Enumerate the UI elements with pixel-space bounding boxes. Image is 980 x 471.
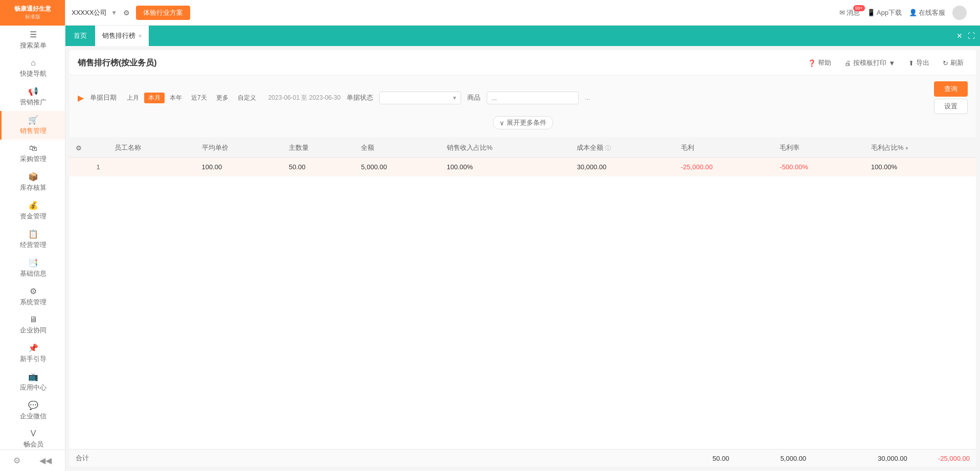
export-button[interactable]: ⬆ 导出 [904,56,933,70]
footer-gross: -25,000.00 [938,455,970,462]
date-tab-last-month[interactable]: 上月 [123,93,143,103]
th-gross-rate: 毛利率 [773,138,865,158]
data-table: ⚙ 员工名称 平均单价 主数量 全额 销售收入占比% 成本全额 ⓘ 毛利 毛利率… [70,138,976,176]
service-button[interactable]: 👤 在线客服 [909,8,945,17]
sidebar-item-3[interactable]: 🛒销售管理 [0,111,65,140]
query-button[interactable]: 查询 [934,81,968,97]
refresh-button[interactable]: ↻ 刷新 [939,56,968,70]
tab-right-actions: ✕ ⛶ [956,32,980,40]
sidebar-icon-11: 📌 [28,343,38,353]
sidebar-item-1[interactable]: ⌂快捷导航 [0,54,65,82]
company-dropdown-icon[interactable]: ▼ [111,9,117,16]
page-actions: ❓ 帮助 🖨 按模板打印 ▼ ⬆ 导出 ↻ 刷新 [804,56,968,70]
topbar-gear-icon[interactable]: ⚙ [123,9,130,17]
trial-button[interactable]: 体验行业方案 [136,6,190,20]
date-tab-this-year[interactable]: 本年 [166,93,186,103]
avatar[interactable] [952,6,967,20]
print-icon: 🖨 [845,59,851,67]
topbar: XXXXX公司 ▼ ⚙ 体验行业方案 ✉ 消息 99+ 📱 App下载 👤 在线… [65,0,980,26]
footer-cost: 30,000.00 [878,455,907,462]
sidebar-icon-1: ⌂ [31,58,36,68]
settings-button[interactable]: 设置 [934,99,968,114]
export-icon: ⬆ [908,59,914,67]
sidebar-icon-4: 🛍 [29,144,37,153]
sidebar-item-9[interactable]: ⚙系统管理 [0,282,65,311]
sidebar-item-11[interactable]: 📌新手引导 [0,339,65,368]
help-button[interactable]: ❓ 帮助 [804,56,835,70]
collapse-icon[interactable]: ◀◀ [39,456,52,465]
page-title: 销售排行榜(按业务员) [78,58,157,69]
cell-name [108,158,196,176]
service-icon: 👤 [909,9,917,16]
sidebar-icon-3: 🛒 [28,115,38,125]
sidebar-icon-9: ⚙ [30,286,37,296]
logo-title: 畅康通好生意 [14,5,51,13]
app-icon: 📱 [867,9,875,16]
message-button[interactable]: ✉ 消息 99+ [839,8,860,17]
sidebar-item-8[interactable]: 📑基础信息 [0,254,65,282]
sidebar-icon-13: 💬 [28,400,38,410]
th-name: 员工名称 [108,138,196,158]
goods-more-icon[interactable]: ... [585,94,590,101]
sidebar-icon-7: 📋 [28,229,38,239]
filter-toggle-icon[interactable]: ▶ [78,93,84,103]
tab-close-window-icon[interactable]: ✕ [956,32,963,40]
sidebar-item-2[interactable]: 📢营销推广 [0,82,65,111]
sidebar-icon-2: 📢 [28,86,38,96]
expand-icon: ∨ [499,119,505,127]
goods-input[interactable] [487,92,579,104]
service-label: 在线客服 [919,8,945,17]
th-avg-price: 平均单价 [196,138,283,158]
sidebar-item-4[interactable]: 🛍采购管理 [0,140,65,168]
company-name: XXXXX公司 [72,8,107,17]
tab-close-icon[interactable]: × [139,33,142,39]
footer-total: 5,000.00 [780,455,806,462]
print-button[interactable]: 🖨 按模板打印 ▼ [840,56,899,70]
sidebar-item-13[interactable]: 💬企业微信 [0,396,65,425]
sidebar-item-0[interactable]: ☰搜索菜单 [0,26,65,54]
th-gross: 毛利 [675,138,773,158]
date-range: 2023-06-01 至 2023-06-30 [268,94,340,102]
date-tabs: 上月 本月 本年 近7天 更多 自定义 [123,93,260,103]
table-footer: 合计 50.00 5,000.00 30,000.00 -25,000.00 [70,449,976,467]
cell-sales-pct: 100.00% [441,158,571,176]
tab-home[interactable]: 首页 [65,26,95,46]
goods-label: 商品 [467,93,481,102]
app-download-button[interactable]: 📱 App下载 [867,8,902,17]
cell-cost: 30,000.00 [571,158,674,176]
logo-sub: 标准版 [25,13,40,20]
expand-button[interactable]: ∨ 展开更多条件 [493,116,553,129]
date-tab-7days[interactable]: 近7天 [187,93,211,103]
cell-settings [70,158,88,176]
expand-row: ∨ 展开更多条件 [78,114,968,131]
tab-restore-icon[interactable]: ⛶ [968,32,975,40]
filter-actions: 查询 设置 [934,81,968,114]
sidebar-icon-8: 📑 [28,258,38,267]
sidebar-item-10[interactable]: 🖥企业协同 [0,311,65,339]
sidebar-item-5[interactable]: 📦库存核算 [0,168,65,196]
sidebar-footer: ⚙ ◀◀ [0,450,65,471]
footer-label: 合计 [76,454,117,463]
filter-row-main: ▶ 单据日期 上月 本月 本年 近7天 更多 自定义 2023-06-01 至 … [78,81,968,114]
sidebar-logo: 畅康通好生意 标准版 [0,0,65,26]
date-tab-custom[interactable]: 自定义 [234,93,260,103]
sidebar-item-6[interactable]: 💰资金管理 [0,196,65,225]
page-header: 销售排行榜(按业务员) ❓ 帮助 🖨 按模板打印 ▼ ⬆ 导出 [70,50,976,75]
settings-icon[interactable]: ⚙ [13,456,20,465]
cell-gross-rate: -500.00% [773,158,865,176]
tab-sales-ranking[interactable]: 销售排行榜 × [95,26,149,46]
th-sales-pct: 销售收入占比% [441,138,571,158]
date-tab-this-month[interactable]: 本月 [144,93,165,103]
sidebar-item-14[interactable]: V畅会员 [0,425,65,450]
th-gross-pct: 毛利占比% ♦ [865,138,976,158]
th-settings[interactable]: ⚙ [70,138,88,158]
sidebar-item-7[interactable]: 📋经营管理 [0,225,65,254]
main-area: XXXXX公司 ▼ ⚙ 体验行业方案 ✉ 消息 99+ 📱 App下载 👤 在线… [65,0,980,471]
filter-area: ▶ 单据日期 上月 本月 本年 近7天 更多 自定义 2023-06-01 至 … [70,75,976,138]
status-select-wrapper: ▼ [379,92,461,104]
sidebar-item-12[interactable]: 📺应用中心 [0,368,65,396]
date-tab-more[interactable]: 更多 [212,93,233,103]
sidebar-icon-14: V [31,429,36,438]
status-select[interactable] [379,92,461,104]
th-main-qty: 主数量 [283,138,355,158]
